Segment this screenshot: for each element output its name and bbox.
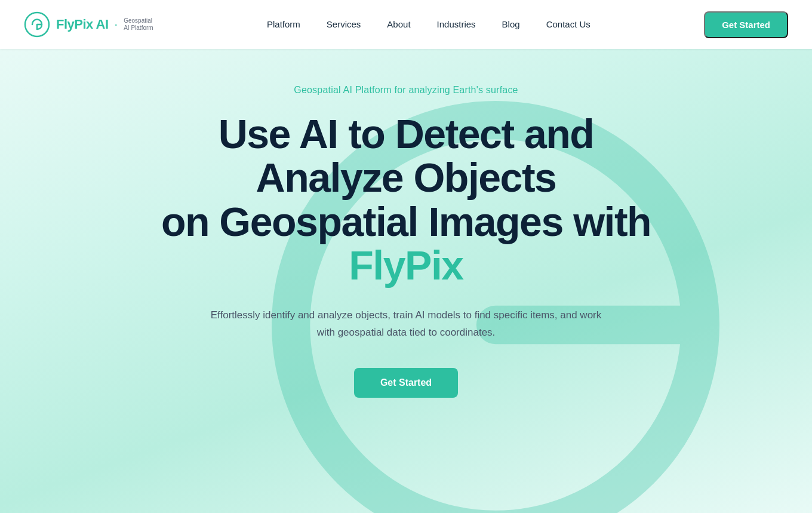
nav-item-about[interactable]: About: [376, 14, 421, 34]
nav-cta-button[interactable]: Get Started: [704, 11, 788, 38]
logo-separator: ·: [115, 17, 118, 31]
hero-section: Geospatial AI Platform for analyzing Ear…: [0, 49, 812, 513]
nav-item-platform[interactable]: Platform: [256, 14, 311, 34]
logo-text-area: FlyPix AI · Geospatial AI Platform: [56, 17, 153, 32]
nav-links: Platform Services About Industries Blog …: [256, 19, 601, 30]
nav-item-blog[interactable]: Blog: [491, 14, 531, 34]
hero-title: Use AI to Detect and Analyze Objects on …: [149, 112, 663, 288]
hero-cta-button[interactable]: Get Started: [354, 368, 458, 398]
nav-item-services[interactable]: Services: [316, 14, 372, 34]
hero-content: Geospatial AI Platform for analyzing Ear…: [137, 85, 675, 398]
logo-icon: [24, 11, 50, 38]
hero-subtitle: Geospatial AI Platform for analyzing Ear…: [149, 85, 663, 96]
navbar: FlyPix AI · Geospatial AI Platform Platf…: [0, 0, 812, 49]
logo-name: FlyPix AI: [56, 17, 109, 32]
logo-tagline: Geospatial AI Platform: [124, 17, 153, 32]
hero-description: Effortlessly identify and analyze object…: [203, 307, 609, 342]
nav-item-industries[interactable]: Industries: [426, 14, 487, 34]
logo[interactable]: FlyPix AI · Geospatial AI Platform: [24, 11, 153, 38]
nav-item-contact[interactable]: Contact Us: [536, 14, 601, 34]
